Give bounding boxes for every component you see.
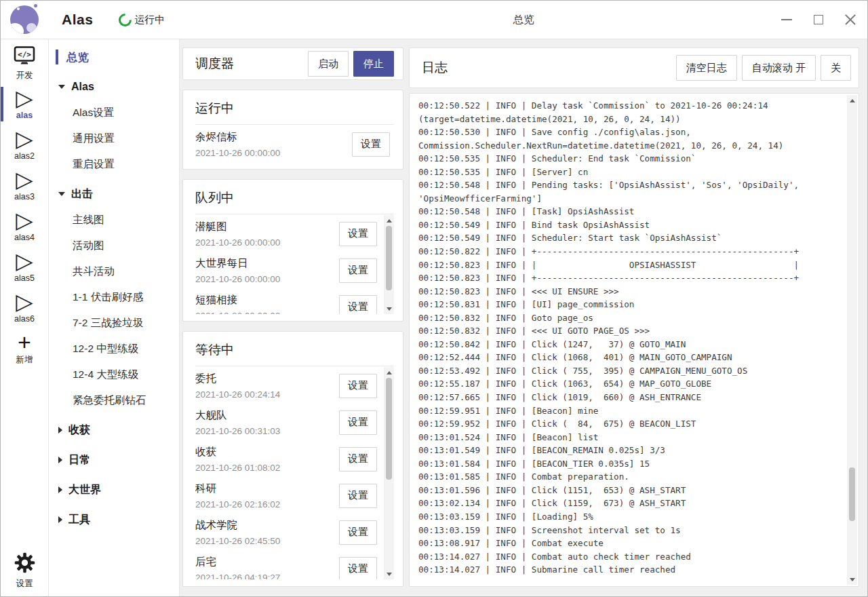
log-line: 00:12:50.832 | INFO | Goto page_os bbox=[418, 311, 841, 325]
nav-item-共斗活动[interactable]: 共斗活动 bbox=[49, 263, 179, 280]
pending-scrollbar-thumb[interactable] bbox=[386, 226, 392, 290]
log-line: 00:12:52.444 | INFO | Click (1068, 401) … bbox=[418, 351, 841, 364]
task-setting-button[interactable]: 设置 bbox=[339, 374, 377, 398]
scroll-down-icon[interactable] bbox=[847, 575, 857, 584]
nav-group-Alas[interactable]: Alas bbox=[49, 79, 179, 95]
scroll-down-icon[interactable] bbox=[384, 569, 394, 579]
task-entry: 潜艇图2021-10-26 00:00:00设置 bbox=[195, 215, 381, 252]
nav-group-日常[interactable]: 日常 bbox=[49, 452, 179, 468]
task-entry-info: 大舰队2021-10-26 00:31:03 bbox=[195, 408, 280, 436]
task-name: 大舰队 bbox=[195, 408, 280, 423]
play-icon: ▷ bbox=[16, 129, 33, 149]
rail-instance-label: alas5 bbox=[14, 273, 35, 283]
log-line: 00:12:50.822 | INFO | +-----------------… bbox=[418, 245, 841, 258]
task-setting-button[interactable]: 设置 bbox=[339, 484, 377, 508]
task-setting-button[interactable]: 设置 bbox=[339, 410, 377, 435]
nav-group-工具[interactable]: 工具 bbox=[49, 512, 179, 528]
scroll-up-icon[interactable] bbox=[847, 96, 857, 105]
task-setting-button[interactable]: 设置 bbox=[339, 557, 377, 580]
nav-item-重启设置[interactable]: 重启设置 bbox=[49, 156, 179, 172]
nav-item-紧急委托刷钻石[interactable]: 紧急委托刷钻石 bbox=[49, 392, 179, 408]
rail-dev-button[interactable]: </> 开发 bbox=[1, 44, 48, 83]
task-name: 委托 bbox=[195, 372, 280, 386]
nav-item-活动图[interactable]: 活动图 bbox=[49, 237, 179, 254]
chevron-down-icon bbox=[58, 192, 65, 196]
scroll-up-icon[interactable] bbox=[384, 216, 394, 225]
log-line: 00:12:59.952 | INFO | Click ( 84, 675) @… bbox=[418, 417, 841, 431]
rail-instance-alas5[interactable]: ▷alas5 bbox=[1, 248, 48, 286]
nav-item-Alas设置[interactable]: Alas设置 bbox=[49, 104, 179, 121]
pending-scrollbar[interactable] bbox=[384, 215, 394, 314]
maximize-button[interactable] bbox=[812, 14, 825, 26]
rail-instance-alas2[interactable]: ▷alas2 bbox=[1, 126, 48, 164]
waiting-scrollbar-thumb[interactable] bbox=[386, 378, 392, 480]
nav-group-label: 日常 bbox=[68, 453, 90, 467]
task-next-run-time: 2021-10-26 00:31:03 bbox=[195, 426, 280, 436]
autoscroll-toggle-button[interactable]: 自动滚动 开 bbox=[742, 55, 816, 81]
nav-item-主线图[interactable]: 主线图 bbox=[49, 212, 179, 228]
nav-item-7-2 三战捡垃圾[interactable]: 7-2 三战捡垃圾 bbox=[49, 315, 179, 331]
scroll-down-icon[interactable] bbox=[384, 304, 394, 313]
rail-add-button[interactable]: + 新增 bbox=[1, 329, 48, 368]
task-entry-info: 余烬信标2021-10-26 00:00:00 bbox=[195, 130, 280, 158]
running-card: 运行中 余烬信标2021-10-26 00:00:00设置 bbox=[182, 90, 403, 170]
scroll-up-icon[interactable] bbox=[384, 368, 394, 377]
play-icon: ▷ bbox=[16, 210, 33, 231]
log-scrollbar-thumb[interactable] bbox=[849, 467, 855, 521]
log-line: 00:12:50.823 | INFO | <<< UI ENSURE >>> bbox=[418, 285, 841, 298]
task-setting-button[interactable]: 设置 bbox=[339, 222, 377, 246]
task-name: 收获 bbox=[195, 445, 280, 459]
task-entry: 委托2021-10-26 00:24:14设置 bbox=[195, 367, 381, 404]
minimize-button[interactable] bbox=[781, 14, 793, 26]
nav-item-总览[interactable]: 总览 bbox=[49, 49, 179, 65]
clear-log-button[interactable]: 清空日志 bbox=[676, 55, 737, 81]
titlebar: Alas 运行中 总览 bbox=[1, 1, 867, 39]
nav-item-1-1 伏击刷好感[interactable]: 1-1 伏击刷好感 bbox=[49, 289, 179, 305]
nav-item-12-2 中型练级[interactable]: 12-2 中型练级 bbox=[49, 341, 179, 357]
nav-item-通用设置[interactable]: 通用设置 bbox=[49, 130, 179, 147]
waiting-title: 等待中 bbox=[195, 337, 394, 366]
rail-instance-alas[interactable]: ▷alas bbox=[1, 85, 48, 123]
main-area: </> 开发 ▷alas▷alas2▷alas3▷alas4▷alas5▷ala… bbox=[1, 39, 867, 596]
rail-settings-button[interactable]: 设置 bbox=[1, 552, 48, 590]
task-setting-button[interactable]: 设置 bbox=[339, 295, 377, 315]
log-line: 00:13:02.134 | INFO | Click (1159, 673) … bbox=[418, 497, 841, 510]
stop-button[interactable]: 停止 bbox=[353, 51, 394, 77]
waiting-list-wrap: 委托2021-10-26 00:24:14设置大舰队2021-10-26 00:… bbox=[195, 367, 394, 579]
log-line: 00:13:14.027 | INFO | Submarine call tim… bbox=[418, 563, 841, 577]
rail-instance-alas6[interactable]: ▷alas6 bbox=[1, 288, 48, 327]
task-entry: 战术学院2021-10-26 02:45:50设置 bbox=[195, 514, 381, 550]
task-setting-button[interactable]: 设置 bbox=[352, 132, 390, 157]
log-line: 00:12:50.823 | INFO | | OPSIASHASSIST | bbox=[418, 258, 841, 272]
nav-group-大世界[interactable]: 大世界 bbox=[49, 482, 179, 498]
task-setting-button[interactable]: 设置 bbox=[339, 258, 377, 283]
autoscroll-off-button[interactable]: 关 bbox=[821, 55, 851, 81]
scheduler-column: 调度器 启动 停止 运行中 余烬信标2021-10-26 00:00:00设置 … bbox=[182, 47, 403, 587]
task-setting-button[interactable]: 设置 bbox=[339, 447, 377, 471]
rail-instance-alas3[interactable]: ▷alas3 bbox=[1, 166, 48, 205]
running-list-wrap: 余烬信标2021-10-26 00:00:00设置 bbox=[195, 126, 394, 162]
task-name: 潜艇图 bbox=[195, 220, 280, 234]
rail-instance-alas4[interactable]: ▷alas4 bbox=[1, 207, 48, 246]
nav-group-label: 出击 bbox=[71, 187, 93, 201]
waiting-scrollbar[interactable] bbox=[384, 367, 394, 579]
nav-group-收获[interactable]: 收获 bbox=[49, 422, 179, 438]
task-setting-button[interactable]: 设置 bbox=[339, 520, 377, 545]
dev-code-monitor-icon: </> bbox=[14, 46, 35, 68]
log-buttons: 清空日志 自动滚动 开 关 bbox=[676, 55, 851, 81]
log-line: 00:12:50.548 | INFO | Pending tasks: ['O… bbox=[418, 178, 841, 192]
log-title: 日志 bbox=[422, 59, 448, 77]
log-header-card: 日志 清空日志 自动滚动 开 关 bbox=[409, 47, 859, 88]
nav-group-出击[interactable]: 出击 bbox=[49, 186, 179, 202]
task-next-run-time: 2021-10-26 00:24:14 bbox=[195, 389, 280, 400]
log-panel[interactable]: 00:12:50.522 | INFO | Delay task `Commis… bbox=[409, 93, 859, 587]
task-next-run-time: 2021-10-26 01:08:02 bbox=[195, 463, 280, 473]
nav-item-12-4 大型练级[interactable]: 12-4 大型练级 bbox=[49, 366, 179, 383]
log-line: 00:13:14.027 | INFO | Combat auto check … bbox=[418, 550, 841, 564]
close-button[interactable] bbox=[844, 14, 856, 26]
log-scrollbar[interactable] bbox=[847, 95, 857, 585]
log-line: 'OpsiMeowfficerFarming'] bbox=[418, 192, 841, 206]
log-line: 00:13:01.524 | INFO | [Beacon] list bbox=[418, 431, 841, 444]
alas-logo-icon bbox=[10, 5, 39, 34]
start-button[interactable]: 启动 bbox=[308, 51, 349, 77]
